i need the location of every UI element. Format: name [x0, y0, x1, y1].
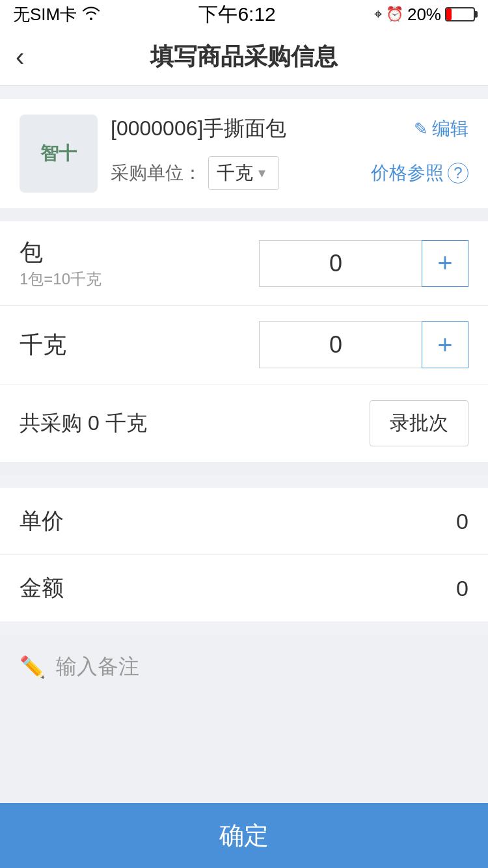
- amount-row: 金额 0: [0, 555, 488, 621]
- kg-quantity-input[interactable]: [259, 321, 422, 368]
- kg-label-group: 千克: [20, 329, 66, 361]
- note-placeholder: 输入备注: [56, 653, 139, 681]
- kg-input-row: 千克 +: [0, 306, 488, 385]
- unit-price-row: 单价 0: [0, 488, 488, 555]
- confirm-button[interactable]: 确定: [0, 803, 488, 868]
- battery-percent: 20%: [407, 5, 441, 25]
- product-info: [0000006]手撕面包 ✎ 编辑 采购单位： 千克 ▾ 价格参照 ?: [111, 115, 468, 190]
- location-icon: ⌖: [374, 6, 382, 23]
- total-label: 共采购 0 千克: [20, 409, 147, 438]
- unit-select[interactable]: 千克 ▾: [208, 156, 279, 190]
- price-ref-label: 价格参照: [371, 161, 444, 185]
- battery-fill: [446, 8, 452, 20]
- section-divider-2: [0, 462, 488, 475]
- bao-input-control: +: [259, 240, 468, 287]
- note-section[interactable]: ✏️ 输入备注: [0, 634, 488, 699]
- kg-plus-button[interactable]: +: [422, 321, 468, 368]
- time-display: 下午6:12: [198, 1, 275, 28]
- bao-plus-button[interactable]: +: [422, 240, 468, 287]
- battery-indicator: [445, 7, 475, 21]
- kg-input-control: +: [259, 321, 468, 368]
- bao-sublabel: 1包=10千克: [20, 269, 102, 290]
- alarm-icon: ⏰: [386, 6, 403, 23]
- carrier-label: 无SIM卡: [13, 3, 77, 26]
- back-button[interactable]: ‹: [16, 42, 24, 72]
- edit-label: 编辑: [432, 116, 468, 141]
- input-section: 包 1包=10千克 + 千克 +: [0, 221, 488, 385]
- unit-price-value: 0: [456, 509, 468, 534]
- status-left: 无SIM卡: [13, 3, 100, 26]
- total-row: 共采购 0 千克 录批次: [0, 385, 488, 462]
- product-logo: 智十: [40, 141, 77, 166]
- product-image: 智十: [20, 115, 98, 193]
- product-name-row: [0000006]手撕面包 ✎ 编辑: [111, 115, 468, 143]
- chevron-down-icon: ▾: [258, 165, 265, 182]
- page-title: 填写商品采购信息: [150, 41, 338, 73]
- unit-price-label: 单价: [20, 506, 64, 536]
- product-unit-row: 采购单位： 千克 ▾ 价格参照 ?: [111, 156, 468, 190]
- nav-bar: ‹ 填写商品采购信息: [0, 29, 488, 86]
- bao-input-row: 包 1包=10千克 +: [0, 221, 488, 306]
- product-card: 智十 [0000006]手撕面包 ✎ 编辑 采购单位： 千克 ▾ 价格参照 ?: [0, 99, 488, 208]
- product-name: [0000006]手撕面包: [111, 115, 286, 143]
- price-ref-button[interactable]: 价格参照 ?: [371, 161, 468, 185]
- section-divider-1: [0, 208, 488, 221]
- status-right: ⌖ ⏰ 20%: [374, 5, 475, 25]
- unit-label: 采购单位：: [111, 161, 202, 185]
- amount-label: 金额: [20, 573, 64, 603]
- bao-quantity-input[interactable]: [259, 240, 422, 287]
- price-section: 单价 0 金额 0: [0, 488, 488, 621]
- edit-icon: ✎: [414, 119, 428, 139]
- status-bar: 无SIM卡 下午6:12 ⌖ ⏰ 20%: [0, 0, 488, 29]
- unit-value: 千克: [217, 161, 253, 185]
- kg-label: 千克: [20, 329, 66, 361]
- edit-button[interactable]: ✎ 编辑: [414, 116, 468, 141]
- bao-label: 包: [20, 237, 102, 269]
- help-icon: ?: [448, 163, 468, 183]
- pencil-icon: ✏️: [20, 655, 46, 679]
- wifi-icon: [82, 5, 100, 25]
- bao-label-group: 包 1包=10千克: [20, 237, 102, 290]
- batch-button[interactable]: 录批次: [370, 400, 468, 446]
- amount-value: 0: [456, 576, 468, 601]
